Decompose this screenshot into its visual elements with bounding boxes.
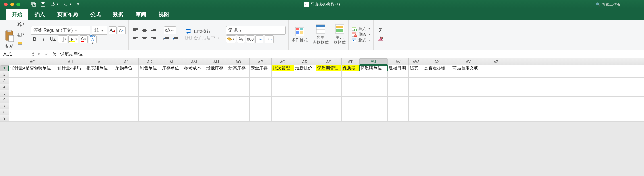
cell-AV8[interactable]	[388, 109, 409, 115]
cell-AT3[interactable]	[342, 78, 359, 84]
cell-AU7[interactable]	[359, 103, 388, 109]
column-header-AL[interactable]: AL	[161, 58, 183, 65]
cell-AL6[interactable]	[161, 97, 183, 103]
cell-AH3[interactable]	[56, 78, 85, 84]
cell-AU4[interactable]	[359, 84, 388, 90]
align-top-button[interactable]	[132, 26, 140, 34]
maximize-window-button[interactable]	[16, 3, 20, 6]
cell-AO6[interactable]	[227, 97, 250, 103]
cell-AP2[interactable]	[250, 71, 272, 77]
cell-AJ3[interactable]	[114, 78, 139, 84]
cut-button[interactable]: ▼	[16, 20, 25, 28]
cell-AJ5[interactable]	[114, 90, 139, 96]
cell-AZ2[interactable]	[485, 71, 507, 77]
cell-AV5[interactable]	[388, 90, 409, 96]
cell-AR4[interactable]	[294, 84, 316, 90]
cell-AQ2[interactable]	[272, 71, 294, 77]
column-header-AO[interactable]: AO	[227, 58, 250, 65]
cell-AK2[interactable]	[139, 71, 161, 77]
cell-AX3[interactable]	[423, 78, 451, 84]
cell-AW8[interactable]	[409, 109, 423, 115]
cell-AQ9[interactable]	[272, 115, 294, 121]
cell-AH9[interactable]	[56, 115, 85, 121]
cell-AI7[interactable]	[85, 103, 114, 109]
cell-AY5[interactable]	[451, 90, 485, 96]
cell-AQ6[interactable]	[272, 97, 294, 103]
cell-AH8[interactable]	[56, 109, 85, 115]
format-painter-button[interactable]	[16, 40, 25, 48]
clear-button[interactable]	[377, 35, 385, 43]
save-icon[interactable]	[41, 2, 46, 7]
cell-AT1[interactable]: 保质期	[342, 65, 359, 71]
cell-AI9[interactable]	[85, 115, 114, 121]
cell-AS9[interactable]	[316, 115, 342, 121]
cell-AI4[interactable]	[85, 84, 114, 90]
cell-AG1[interactable]: 辅计量4是否包装单位	[9, 65, 56, 71]
cell-AW9[interactable]	[409, 115, 423, 121]
cell-AI6[interactable]	[85, 97, 114, 103]
cell-AP9[interactable]	[250, 115, 272, 121]
cell-AQ1[interactable]: 批次管理	[272, 65, 294, 71]
cell-AH4[interactable]	[56, 84, 85, 90]
cell-AR8[interactable]	[294, 109, 316, 115]
column-header-AG[interactable]: AG	[9, 58, 56, 65]
enter-formula-icon[interactable]: ✓	[45, 51, 49, 57]
cell-AN7[interactable]	[205, 103, 227, 109]
column-header-AN[interactable]: AN	[205, 58, 227, 65]
cell-AX9[interactable]	[423, 115, 451, 121]
cell-AK3[interactable]	[139, 78, 161, 84]
cell-AY7[interactable]	[451, 103, 485, 109]
tab-页面布局[interactable]: 页面布局	[51, 9, 84, 20]
cell-AT6[interactable]	[342, 97, 359, 103]
align-bottom-button[interactable]	[150, 26, 158, 34]
cell-AX4[interactable]	[423, 84, 451, 90]
cell-AZ4[interactable]	[485, 84, 507, 90]
cell-AX7[interactable]	[423, 103, 451, 109]
cell-AW6[interactable]	[409, 97, 423, 103]
cell-AP4[interactable]	[250, 84, 272, 90]
phonetic-button[interactable]: abcA▼	[89, 35, 97, 43]
column-header-AS[interactable]: AS	[316, 58, 342, 65]
cell-AV6[interactable]	[388, 97, 409, 103]
align-left-button[interactable]	[132, 35, 140, 43]
cell-AO9[interactable]	[227, 115, 250, 121]
cell-AM6[interactable]	[183, 97, 205, 103]
cell-AJ4[interactable]	[114, 84, 139, 90]
cell-AM2[interactable]	[183, 71, 205, 77]
cell-AU8[interactable]	[359, 109, 388, 115]
cell-AL2[interactable]	[161, 71, 183, 77]
borders-button[interactable]: ▼	[58, 35, 67, 43]
cell-AV9[interactable]	[388, 115, 409, 121]
column-header-AU[interactable]: AU	[359, 58, 388, 65]
cell-AR9[interactable]	[294, 115, 316, 121]
cell-AV1[interactable]: 建档日期	[388, 65, 409, 71]
column-header-AQ[interactable]: AQ	[272, 58, 294, 65]
cell-AW4[interactable]	[409, 84, 423, 90]
cell-AQ5[interactable]	[272, 90, 294, 96]
cell-AM3[interactable]	[183, 78, 205, 84]
cell-AJ8[interactable]	[114, 109, 139, 115]
undo-icon[interactable]: ▼	[50, 2, 59, 6]
cell-AL7[interactable]	[161, 103, 183, 109]
cell-AY4[interactable]	[451, 84, 485, 90]
increase-font-button[interactable]: A▲	[109, 26, 117, 34]
cell-AX1[interactable]: 是否走冻链	[423, 65, 451, 71]
cell-AS6[interactable]	[316, 97, 342, 103]
underline-button[interactable]: U▼	[49, 35, 57, 43]
cell-AT5[interactable]	[342, 90, 359, 96]
cell-AM8[interactable]	[183, 109, 205, 115]
insert-cells-button[interactable]: 插入▼	[352, 26, 371, 32]
column-header-AR[interactable]: AR	[294, 58, 316, 65]
cell-AM5[interactable]	[183, 90, 205, 96]
column-header-AT[interactable]: AT	[342, 58, 359, 65]
decrease-indent-button[interactable]	[162, 35, 170, 43]
fill-color-button[interactable]: ▼	[68, 35, 78, 43]
row-header-5[interactable]: 5	[0, 90, 9, 96]
column-header-AI[interactable]: AI	[85, 58, 114, 65]
cell-AU3[interactable]	[359, 78, 388, 84]
cell-AO3[interactable]	[227, 78, 250, 84]
cell-AN1[interactable]: 最低库存	[205, 65, 227, 71]
cell-AQ3[interactable]	[272, 78, 294, 84]
cell-AI2[interactable]	[85, 71, 114, 77]
cell-AS3[interactable]	[316, 78, 342, 84]
